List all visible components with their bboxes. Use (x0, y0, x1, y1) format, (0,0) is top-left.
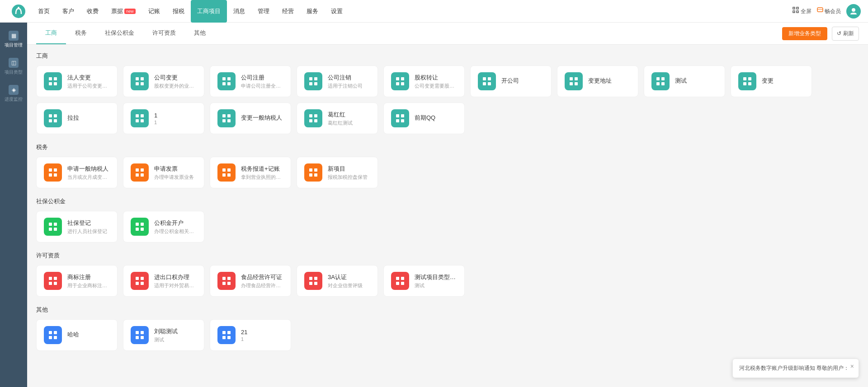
card-text: 3A认证对企业信誉评级 (328, 273, 370, 289)
service-card[interactable]: 法人变更适用于公司变更法人 (36, 65, 118, 97)
sidebar-item-项目管理[interactable]: ▦项目管理 (0, 27, 27, 52)
service-card[interactable]: 3A认证对企业信誉评级 (297, 265, 378, 297)
service-card[interactable]: 股权转让公司变更需要股权转让 (383, 65, 465, 97)
svg-rect-51 (141, 119, 144, 122)
service-card[interactable]: 社保登记进行人员社保登记 (36, 211, 118, 242)
nav-item-报税[interactable]: 报税 (166, 0, 191, 23)
svg-rect-45 (54, 114, 57, 117)
svg-rect-115 (141, 336, 144, 339)
member-btn[interactable]: 畅会员 (817, 7, 841, 15)
svg-rect-93 (141, 277, 144, 280)
subtab-其他[interactable]: 其他 (185, 23, 215, 44)
card-grid-社保公积金: 社保登记进行人员社保登记 公积金开户办理公积金相关业务 (36, 211, 859, 242)
svg-rect-88 (49, 277, 52, 280)
nav-item-设置[interactable]: 设置 (325, 0, 349, 23)
card-svg-icon (135, 76, 145, 86)
card-desc: 适用于公司变更法人 (67, 83, 110, 89)
fullscreen-btn[interactable]: 全屏 (793, 7, 811, 15)
service-card[interactable]: 公司变更股权变更外的业务变更 (123, 65, 204, 97)
nav-item-工商项目[interactable]: 工商项目 (191, 0, 227, 23)
card-icon (44, 163, 62, 182)
svg-rect-20 (309, 77, 312, 80)
nav-item-服务[interactable]: 服务 (300, 0, 325, 23)
refresh-button[interactable]: ↺ 刷新 (832, 27, 859, 41)
service-card[interactable]: 11 (123, 103, 204, 134)
service-card[interactable]: 刘聪测试测试 (123, 319, 204, 351)
logo-icon (11, 4, 26, 19)
subtab-许可资质[interactable]: 许可资质 (143, 23, 185, 44)
card-icon (478, 72, 496, 90)
service-card[interactable]: 前期QQ (383, 103, 465, 134)
service-card[interactable]: 测试 (644, 65, 725, 97)
new-type-button[interactable]: 新增业务类型 (782, 27, 827, 40)
svg-rect-108 (49, 331, 52, 334)
card-desc: 1 (154, 120, 197, 125)
nav-badge: new (124, 9, 136, 14)
card-name: 前期QQ (415, 114, 457, 122)
service-card[interactable]: 申请发票办理申请发票业务 (123, 157, 204, 188)
svg-rect-5 (797, 11, 798, 13)
member-label: 畅会员 (825, 8, 841, 14)
service-card[interactable]: 税务报道+记账拿到营业执照的新公司 (210, 157, 291, 188)
card-svg-icon (48, 113, 58, 123)
topnav: 首页客户收费票据new记账报税工商项目消息管理经营服务设置 全屏 畅会员 (0, 0, 868, 23)
svg-rect-87 (141, 228, 144, 231)
nav-item-收费[interactable]: 收费 (80, 0, 105, 23)
service-card[interactable]: 变更 (731, 65, 812, 97)
notification-close[interactable]: × (850, 363, 854, 370)
sidebar-item-项目类型[interactable]: ◫项目类型 (0, 54, 27, 79)
svg-rect-67 (54, 173, 57, 177)
card-desc: 用于企业商标注册服务 (67, 282, 110, 289)
svg-rect-40 (743, 77, 746, 80)
card-svg-icon (135, 330, 145, 340)
card-text: 变更地址 (588, 77, 631, 86)
service-card[interactable]: 开公司 (470, 65, 552, 97)
svg-rect-81 (54, 223, 57, 226)
service-card[interactable]: 新项目报税加税控盘保管 (297, 157, 378, 188)
nav-item-经营[interactable]: 经营 (276, 0, 300, 23)
card-name: 3A认证 (328, 273, 370, 281)
svg-rect-102 (309, 282, 312, 285)
subtab-工商[interactable]: 工商 (36, 23, 66, 44)
service-card[interactable]: 食品经营许可证办理食品经营许可证 (210, 265, 291, 297)
service-card[interactable]: 测试项目类型目定义测试 (383, 265, 465, 297)
nav-item-首页[interactable]: 首页 (32, 0, 56, 23)
service-card[interactable]: 211 (210, 319, 291, 351)
subtab-税务[interactable]: 税务 (66, 23, 96, 44)
svg-rect-95 (141, 282, 144, 285)
nav-item-客户[interactable]: 客户 (56, 0, 80, 23)
service-card[interactable]: 变更地址 (557, 65, 638, 97)
svg-rect-55 (227, 119, 231, 122)
card-icon (304, 272, 322, 290)
card-svg-icon (395, 76, 405, 86)
service-card[interactable]: 葛红红葛红红测试 (297, 103, 378, 134)
subtab-社保公积金[interactable]: 社保公积金 (96, 23, 143, 44)
card-svg-icon (222, 330, 231, 340)
service-card[interactable]: 变更一般纳税人 (210, 103, 291, 134)
service-card[interactable]: 公司注销适用于注销公司 (297, 65, 378, 97)
card-svg-icon (222, 113, 231, 123)
svg-rect-42 (743, 82, 746, 85)
service-card[interactable]: 申请一般纳税人当月或次月成变更完成 (36, 157, 118, 188)
svg-rect-35 (575, 82, 578, 85)
card-text: 社保登记进行人员社保登记 (67, 219, 110, 235)
content-area: ▦项目管理◫项目类型◈进度监控 工商税务社保公积金许可资质其他 新增业务类型 ↺… (0, 23, 868, 387)
service-card[interactable]: 公司注册申请公司注册全流程 (210, 65, 291, 97)
nav-item-票据[interactable]: 票据new (105, 0, 142, 23)
service-card[interactable]: 进出口权办理适用于对外贸易经营者 (123, 265, 204, 297)
nav-item-记账[interactable]: 记账 (142, 0, 166, 23)
service-card[interactable]: 拉拉 (36, 103, 118, 134)
user-avatar[interactable] (846, 4, 861, 19)
service-card[interactable]: 哈哈 (36, 319, 118, 351)
service-card[interactable]: 商标注册用于企业商标注册服务 (36, 265, 118, 297)
card-svg-icon (308, 113, 318, 123)
nav-item-管理[interactable]: 管理 (251, 0, 276, 23)
card-name: 刘聪测试 (154, 327, 197, 336)
service-card[interactable]: 公积金开户办理公积金相关业务 (123, 211, 204, 242)
section-title: 税务 (36, 143, 859, 151)
nav-item-消息[interactable]: 消息 (227, 0, 251, 23)
svg-rect-19 (227, 82, 231, 85)
svg-rect-106 (396, 282, 399, 285)
svg-rect-79 (314, 173, 317, 177)
sidebar-item-进度监控[interactable]: ◈进度监控 (0, 81, 27, 106)
